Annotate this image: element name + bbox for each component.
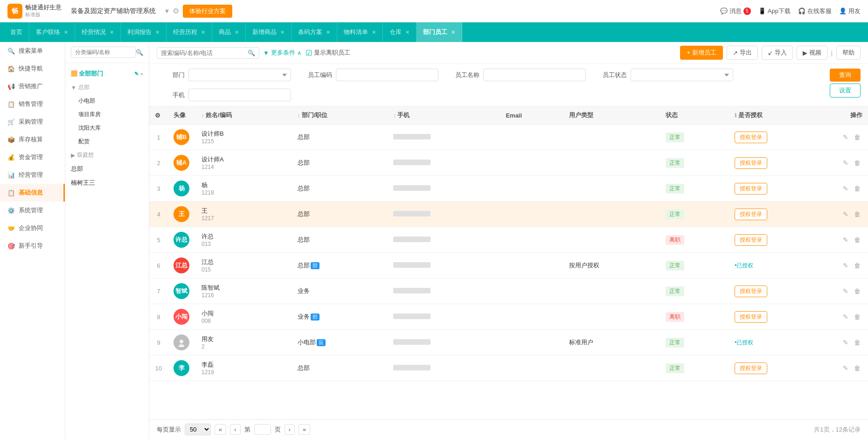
dept-item-shenyang[interactable]: 沈阳大库: [73, 121, 149, 135]
auth-btn[interactable]: 授权登录: [735, 362, 767, 374]
dept-search-icon[interactable]: 🔍: [136, 49, 143, 56]
edit-btn[interactable]: ✎: [841, 261, 850, 270]
query-btn[interactable]: 查询: [830, 69, 861, 82]
delete-btn[interactable]: 🗑: [852, 184, 862, 193]
dept-collapse-icon[interactable]: «: [140, 71, 143, 77]
dept-item-project[interactable]: 项目库房: [73, 108, 149, 121]
message-btn[interactable]: 💬 消息 5: [720, 7, 751, 15]
user-btn[interactable]: 👤 用友: [839, 7, 861, 15]
edit-btn[interactable]: ✎: [841, 132, 850, 142]
delete-btn[interactable]: 🗑: [852, 363, 862, 373]
dept-select[interactable]: [188, 69, 291, 81]
sidebar-item-quick-nav[interactable]: 🏠 快捷导航: [0, 60, 65, 77]
tab-profit[interactable]: 利润报告✕: [121, 22, 167, 42]
edit-btn[interactable]: ✎: [841, 338, 850, 347]
delete-btn[interactable]: 🗑: [852, 158, 862, 167]
search-submit-icon[interactable]: 🔍: [248, 49, 255, 56]
close-icon[interactable]: ✕: [280, 29, 285, 35]
auth-btn[interactable]: 授权登录: [735, 183, 767, 195]
sidebar-item-stock[interactable]: 📦 库存核算: [0, 131, 65, 148]
edit-btn[interactable]: ✎: [841, 184, 850, 193]
sidebar-item-guide[interactable]: 🎯 新手引导: [0, 237, 65, 255]
close-icon[interactable]: ✕: [110, 29, 114, 35]
delete-btn[interactable]: 🗑: [852, 132, 862, 142]
close-icon[interactable]: ✕: [372, 29, 376, 35]
page-input[interactable]: 1: [254, 424, 271, 435]
sidebar-item-collab[interactable]: 🤝 企业协同: [0, 219, 65, 237]
tab-dept-emp[interactable]: 部门员工✕: [417, 22, 462, 42]
close-icon[interactable]: ✕: [405, 29, 410, 35]
sidebar-item-search[interactable]: 🔍 搜索菜单: [0, 42, 65, 60]
edit-btn[interactable]: ✎: [841, 209, 850, 219]
close-icon[interactable]: ✕: [155, 29, 160, 35]
tab-material[interactable]: 物料清单✕: [337, 22, 383, 42]
edit-btn[interactable]: ✎: [841, 363, 850, 373]
import-btn[interactable]: ↙ 导入: [762, 46, 793, 60]
sidebar-item-operation[interactable]: 📊 经营管理: [0, 166, 65, 184]
delete-btn[interactable]: 🗑: [852, 209, 862, 219]
close-icon[interactable]: ✕: [326, 29, 330, 35]
tab-barcode[interactable]: 条码方案✕: [292, 22, 337, 42]
help-btn[interactable]: 帮助: [836, 46, 861, 60]
tab-finance-status[interactable]: 经营情况✕: [75, 22, 121, 42]
emp-name-input[interactable]: [483, 69, 586, 81]
delete-btn[interactable]: 🗑: [852, 261, 862, 270]
tab-home[interactable]: 首页: [4, 22, 29, 42]
tab-new-goods[interactable]: 新增商品✕: [246, 22, 292, 42]
show-resigned-toggle[interactable]: ☑ 显示离职员工: [306, 49, 350, 57]
emp-status-select[interactable]: [631, 69, 733, 81]
trial-btn[interactable]: 体验行业方案: [183, 5, 232, 18]
edit-btn[interactable]: ✎: [841, 312, 850, 321]
service-btn[interactable]: 🎧 在线客服: [798, 7, 832, 15]
auth-btn[interactable]: 授权登录: [735, 132, 767, 143]
dept-all[interactable]: ▦ 全部部门 ✎ «: [65, 67, 149, 81]
view-btn[interactable]: ▶ 视频: [797, 46, 827, 60]
dropdown-icon[interactable]: ▾: [165, 7, 169, 15]
per-page-select[interactable]: 50 100: [185, 424, 211, 435]
auth-btn[interactable]: 授权登录: [735, 234, 767, 246]
delete-btn[interactable]: 🗑: [852, 286, 862, 296]
settings-icon[interactable]: ⚙: [173, 7, 179, 15]
dept-edit-icon[interactable]: ✎: [134, 71, 139, 77]
app-download-btn[interactable]: 📱 App下载: [758, 7, 791, 15]
first-page-btn[interactable]: «: [215, 424, 226, 435]
dept-item-peihuo[interactable]: 配货: [73, 135, 149, 148]
dept-item-xiaodian[interactable]: 小电部: [73, 94, 149, 108]
export-btn[interactable]: ↗ 导出: [727, 46, 758, 60]
emp-code-input[interactable]: [336, 69, 438, 81]
set-btn[interactable]: 设置: [830, 84, 861, 98]
sidebar-item-system[interactable]: ⚙️ 系统管理: [0, 202, 65, 219]
sidebar-item-marketing[interactable]: 📢 营销推广: [0, 77, 65, 95]
add-employee-btn[interactable]: + 新增员工: [680, 46, 722, 60]
phone-input[interactable]: [188, 89, 291, 101]
more-conditions-btn[interactable]: ▼ 更多条件 ∧: [263, 49, 302, 57]
sidebar-item-sales[interactable]: 📋 销售管理: [0, 95, 65, 113]
delete-btn[interactable]: 🗑: [852, 235, 862, 244]
close-icon[interactable]: ✕: [201, 29, 205, 35]
dept-item-nanshu[interactable]: 楠树王三: [65, 176, 149, 190]
auth-btn[interactable]: 授权登录: [735, 311, 767, 323]
search-input[interactable]: [161, 49, 245, 56]
close-icon[interactable]: ✕: [64, 29, 68, 35]
sidebar-item-basic[interactable]: 📋 基础信息: [0, 184, 65, 202]
tab-warehouse[interactable]: 仓库✕: [383, 22, 417, 42]
tab-history[interactable]: 经营历程✕: [167, 22, 212, 42]
auth-btn[interactable]: 授权登录: [735, 209, 767, 220]
delete-btn[interactable]: 🗑: [852, 338, 862, 347]
edit-btn[interactable]: ✎: [841, 235, 850, 244]
last-page-btn[interactable]: »: [299, 424, 310, 435]
edit-btn[interactable]: ✎: [841, 286, 850, 296]
next-page-btn[interactable]: ›: [285, 424, 295, 435]
dept-search-input[interactable]: [71, 47, 136, 58]
edit-btn[interactable]: ✎: [841, 158, 850, 167]
delete-btn[interactable]: 🗑: [852, 312, 862, 321]
tab-goods[interactable]: 商品✕: [212, 22, 246, 42]
auth-btn[interactable]: 授权登录: [735, 157, 767, 169]
auth-btn[interactable]: 授权登录: [735, 286, 767, 297]
tab-customer[interactable]: 客户联络✕: [29, 22, 75, 42]
sidebar-item-purchase[interactable]: 🛒 采购管理: [0, 113, 65, 131]
close-icon[interactable]: ✕: [235, 29, 239, 35]
dept-item-zongbu[interactable]: 总部: [65, 162, 149, 176]
prev-page-btn[interactable]: ‹: [230, 424, 240, 435]
sidebar-item-finance[interactable]: 💰 资金管理: [0, 148, 65, 166]
